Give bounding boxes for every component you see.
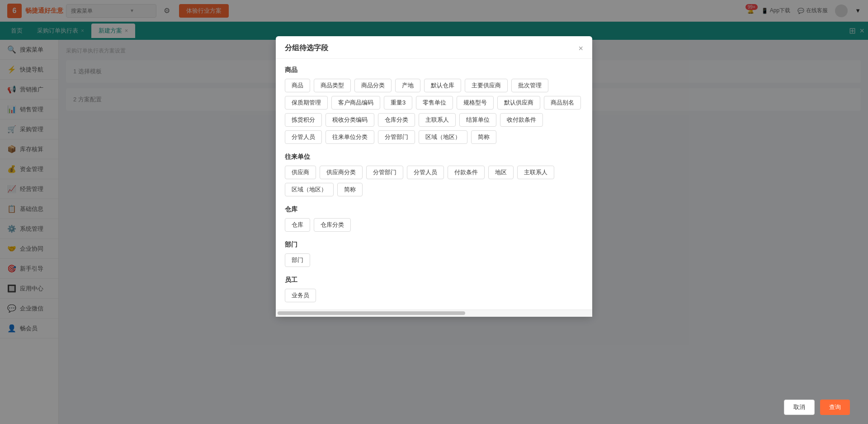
field-tag-batch-mgmt[interactable]: 批次管理: [511, 79, 548, 92]
field-tag-goods[interactable]: 商品: [285, 79, 310, 92]
field-tag-default-warehouse[interactable]: 默认仓库: [424, 79, 461, 92]
partner-field-tags: 供应商 供应商分类 分管部门 分管人员 付款条件 地区 主联系人 区域（地区） …: [285, 166, 583, 196]
scrollbar-thumb[interactable]: [278, 311, 465, 315]
section-warehouse-title: 仓库: [285, 205, 583, 214]
field-tag-salesperson[interactable]: 业务员: [285, 289, 316, 302]
field-tag-warehouse-category[interactable]: 仓库分类: [378, 113, 415, 127]
goods-field-tags: 商品 商品类型 商品分类 产地 默认仓库 主要供应商 批次管理 保质期管理 客户…: [285, 79, 583, 144]
section-employee-title: 员工: [285, 276, 583, 284]
field-tag-abbreviation-partner[interactable]: 简称: [337, 183, 363, 196]
modal: 分组待选字段 × 商品 商品 商品类型 商品分类 产地 默认仓库 主要供应商 批…: [276, 36, 592, 317]
field-tag-goods-alias[interactable]: 商品别名: [544, 96, 581, 110]
field-tag-settlement-unit[interactable]: 结算单位: [459, 113, 496, 127]
field-tag-department[interactable]: 部门: [285, 253, 310, 267]
field-tag-customer-code[interactable]: 客户商品编码: [331, 96, 380, 110]
warehouse-field-tags: 仓库 仓库分类: [285, 218, 583, 232]
department-field-tags: 部门: [285, 253, 583, 267]
modal-close-btn[interactable]: ×: [578, 44, 583, 52]
modal-scrollbar[interactable]: [276, 310, 592, 317]
field-tag-payment-cond[interactable]: 付款条件: [448, 166, 485, 179]
field-tag-supervisor[interactable]: 分管人员: [285, 130, 322, 144]
section-goods: 商品 商品 商品类型 商品分类 产地 默认仓库 主要供应商 批次管理 保质期管理…: [285, 66, 583, 144]
scrollbar-track: [276, 310, 592, 317]
cancel-button[interactable]: 取消: [784, 400, 815, 415]
field-tag-main-contact-partner[interactable]: 主联系人: [517, 166, 554, 179]
section-department-title: 部门: [285, 241, 583, 249]
field-tag-partner-supervisor[interactable]: 分管人员: [407, 166, 444, 179]
field-tag-region-goods[interactable]: 区域（地区）: [419, 130, 467, 144]
field-tag-expiry-mgmt[interactable]: 保质期管理: [285, 96, 328, 110]
field-tag-supplier[interactable]: 供应商: [285, 166, 316, 179]
field-tag-main-contact[interactable]: 主联系人: [419, 113, 456, 127]
employee-field-tags: 业务员: [285, 289, 583, 302]
field-tag-weight3[interactable]: 重量3: [384, 96, 412, 110]
field-tag-region-partner[interactable]: 地区: [488, 166, 514, 179]
field-tag-spec-model[interactable]: 规格型号: [457, 96, 494, 110]
field-tag-supplier-category[interactable]: 供应商分类: [320, 166, 363, 179]
field-tag-main-supplier[interactable]: 主要供应商: [465, 79, 508, 92]
field-tag-dept[interactable]: 分管部门: [378, 130, 415, 144]
confirm-button[interactable]: 查询: [820, 400, 850, 415]
field-tag-goods-category[interactable]: 商品分类: [354, 79, 392, 92]
field-tag-warehouse[interactable]: 仓库: [285, 218, 310, 232]
section-employee: 员工 业务员: [285, 276, 583, 302]
field-tag-tax-code[interactable]: 税收分类编码: [326, 113, 374, 127]
field-tag-partner-category[interactable]: 往来单位分类: [326, 130, 374, 144]
section-partner-title: 往来单位: [285, 153, 583, 161]
field-tag-origin[interactable]: 产地: [395, 79, 420, 92]
section-department: 部门 部门: [285, 241, 583, 267]
field-tag-default-supplier[interactable]: 默认供应商: [497, 96, 540, 110]
field-tag-payment-terms[interactable]: 收付款条件: [500, 113, 543, 127]
modal-title: 分组待选字段: [285, 43, 328, 53]
modal-overlay: 分组待选字段 × 商品 商品 商品类型 商品分类 产地 默认仓库 主要供应商 批…: [0, 0, 868, 424]
field-tag-retail-unit[interactable]: 零售单位: [416, 96, 453, 110]
section-warehouse: 仓库 仓库 仓库分类: [285, 205, 583, 232]
field-tag-pick-points[interactable]: 拣货积分: [285, 113, 322, 127]
field-tag-warehouse-cat[interactable]: 仓库分类: [314, 218, 351, 232]
modal-body: 商品 商品 商品类型 商品分类 产地 默认仓库 主要供应商 批次管理 保质期管理…: [276, 59, 592, 310]
section-goods-title: 商品: [285, 66, 583, 74]
field-tag-region-area-partner[interactable]: 区域（地区）: [285, 183, 334, 196]
field-tag-partner-dept[interactable]: 分管部门: [366, 166, 403, 179]
modal-header: 分组待选字段 ×: [276, 36, 592, 59]
modal-action-row: 取消 查询: [784, 400, 850, 415]
field-tag-goods-type[interactable]: 商品类型: [314, 79, 351, 92]
section-partner: 往来单位 供应商 供应商分类 分管部门 分管人员 付款条件 地区 主联系人 区域…: [285, 153, 583, 196]
field-tag-abbreviation-goods[interactable]: 简称: [471, 130, 496, 144]
